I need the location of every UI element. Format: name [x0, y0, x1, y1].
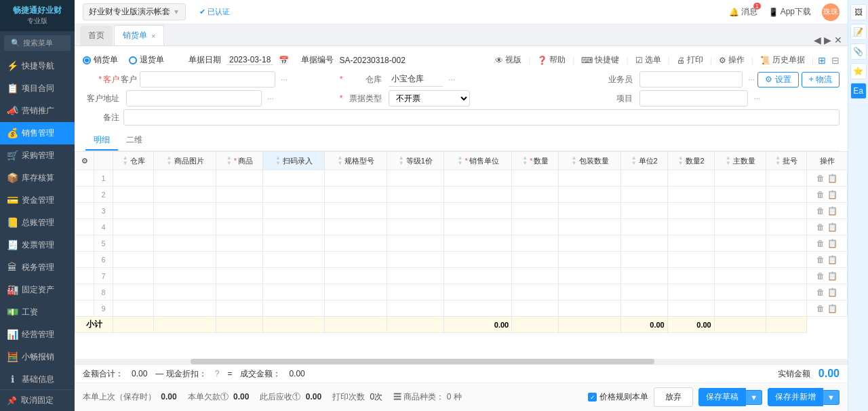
row-batch-1[interactable]	[766, 170, 806, 187]
col-scan[interactable]: ▲▼扫码录入	[262, 152, 324, 170]
right-panel-img-icon[interactable]: 🖼	[850, 4, 867, 20]
row-warehouse-4[interactable]	[113, 219, 154, 235]
row-goods-7[interactable]	[216, 268, 262, 284]
row-image-5[interactable]	[154, 235, 216, 252]
sidebar-item-yingxiao[interactable]: 📣 营销推广	[0, 100, 75, 122]
tab-erwei[interactable]: 二维	[118, 131, 151, 151]
horizontal-scrollbar[interactable]	[75, 359, 848, 364]
row-delete-9[interactable]: 🗑	[816, 304, 825, 313]
row-unit-5[interactable]	[444, 235, 512, 252]
row-image-8[interactable]	[154, 284, 216, 300]
tab-xiaohuo[interactable]: 销货单 ×	[114, 25, 164, 45]
sidebar-item-zhangmu[interactable]: 📒 总账管理	[0, 212, 75, 234]
right-panel-ea-btn[interactable]: Ea	[850, 83, 867, 99]
col-unit[interactable]: ▲▼*销售单位	[444, 152, 512, 170]
row-unit-7[interactable]	[444, 268, 512, 284]
row-quantity-1[interactable]	[512, 170, 559, 187]
row-unit2-7[interactable]	[620, 268, 667, 284]
layout-list-icon[interactable]: ⊟	[831, 55, 840, 66]
sidebar-item-kuaijie[interactable]: ⚡ 快捷导航	[0, 55, 75, 77]
sidebar-item-fapiao[interactable]: 🧾 发票管理	[0, 234, 75, 256]
abandon-btn[interactable]: 放弃	[654, 387, 693, 407]
row-pack-qty-7[interactable]	[559, 268, 620, 284]
row-image-4[interactable]	[154, 219, 216, 235]
row-warehouse-7[interactable]	[113, 268, 154, 284]
row-scan-3[interactable]	[262, 203, 324, 219]
row-batch-3[interactable]	[766, 203, 806, 219]
row-copy-7[interactable]: 📋	[827, 271, 837, 281]
row-qty2-6[interactable]	[667, 252, 714, 268]
row-unit-2[interactable]	[444, 187, 512, 203]
row-copy-6[interactable]: 📋	[827, 255, 837, 265]
sidebar-item-zijin[interactable]: 💳 资金管理	[0, 189, 75, 212]
row-pack-qty-1[interactable]	[559, 170, 620, 187]
history-btn[interactable]: 📜 历史单据	[757, 53, 808, 67]
address-input[interactable]	[126, 90, 262, 106]
row-main-qty-2[interactable]	[714, 187, 766, 203]
row-scan-7[interactable]	[262, 268, 324, 284]
row-unit2-2[interactable]	[620, 187, 667, 203]
col-main-qty[interactable]: ▲▼主数量	[714, 152, 766, 170]
row-scan-5[interactable]	[262, 235, 324, 252]
row-batch-8[interactable]	[766, 284, 806, 300]
user-avatar[interactable]: 珠珠	[822, 3, 840, 21]
row-scan-4[interactable]	[262, 219, 324, 235]
row-price1-5[interactable]	[387, 235, 443, 252]
row-main-qty-6[interactable]	[714, 252, 766, 268]
row-quantity-9[interactable]	[512, 300, 559, 317]
col-unit2[interactable]: ▲▼单位2	[620, 152, 667, 170]
project-select-icon[interactable]: ···	[753, 94, 760, 103]
save-new-arrow-btn[interactable]: ▼	[823, 390, 840, 405]
row-copy-2[interactable]: 📋	[827, 190, 837, 199]
row-unit2-5[interactable]	[620, 235, 667, 252]
row-warehouse-5[interactable]	[113, 235, 154, 252]
row-scan-6[interactable]	[262, 252, 324, 268]
row-quantity-2[interactable]	[512, 187, 559, 203]
row-spec-7[interactable]	[325, 268, 387, 284]
row-price1-7[interactable]	[387, 268, 443, 284]
row-main-qty-4[interactable]	[714, 219, 766, 235]
row-delete-3[interactable]: 🗑	[816, 206, 825, 216]
row-spec-2[interactable]	[325, 187, 387, 203]
sidebar-item-gongzu[interactable]: 💵 工资	[0, 301, 75, 324]
row-image-2[interactable]	[154, 187, 216, 203]
tab-prev-icon[interactable]: ◀	[814, 35, 821, 45]
row-pack-qty-9[interactable]	[559, 300, 620, 317]
row-delete-5[interactable]: 🗑	[816, 239, 825, 248]
row-unit-6[interactable]	[444, 252, 512, 268]
row-main-qty-9[interactable]	[714, 300, 766, 317]
row-spec-6[interactable]	[325, 252, 387, 268]
setup-btn[interactable]: ⚙ 设置	[757, 72, 798, 87]
row-delete-1[interactable]: 🗑	[816, 174, 825, 183]
doc-date-value[interactable]: 2023-03-18	[226, 55, 273, 65]
row-batch-4[interactable]	[766, 219, 806, 235]
col-price1[interactable]: ▲▼等级1价	[387, 152, 443, 170]
sidebar-item-jichu[interactable]: ℹ 基础信息	[0, 368, 75, 389]
row-pack-qty-5[interactable]	[559, 235, 620, 252]
row-unit-1[interactable]	[444, 170, 512, 187]
row-pack-qty-8[interactable]	[559, 284, 620, 300]
view-btn[interactable]: 👁 视版	[492, 53, 524, 67]
row-unit2-6[interactable]	[620, 252, 667, 268]
row-delete-8[interactable]: 🗑	[816, 288, 825, 297]
row-copy-9[interactable]: 📋	[827, 304, 837, 313]
row-qty2-4[interactable]	[667, 219, 714, 235]
col-spec[interactable]: ▲▼规格型号	[325, 152, 387, 170]
sidebar-item-kucun[interactable]: 📦 库存核算	[0, 167, 75, 189]
sidebar-item-shuiwu[interactable]: 🏛 税务管理	[0, 256, 75, 279]
row-unit2-4[interactable]	[620, 219, 667, 235]
row-pack-qty-4[interactable]	[559, 219, 620, 235]
row-unit2-9[interactable]	[620, 300, 667, 317]
tab-mingxi[interactable]: 明细	[85, 131, 118, 151]
row-qty2-5[interactable]	[667, 235, 714, 252]
row-goods-8[interactable]	[216, 284, 262, 300]
row-batch-6[interactable]	[766, 252, 806, 268]
sidebar-item-xiaoshou[interactable]: 💰 销售管理	[0, 122, 75, 144]
col-batch[interactable]: ▲▼批号	[766, 152, 806, 170]
row-copy-1[interactable]: 📋	[827, 174, 837, 183]
row-unit-3[interactable]	[444, 203, 512, 219]
row-unit2-1[interactable]	[620, 170, 667, 187]
row-image-1[interactable]	[154, 170, 216, 187]
row-main-qty-5[interactable]	[714, 235, 766, 252]
radio-tuihuo[interactable]: 退货单	[129, 54, 164, 66]
